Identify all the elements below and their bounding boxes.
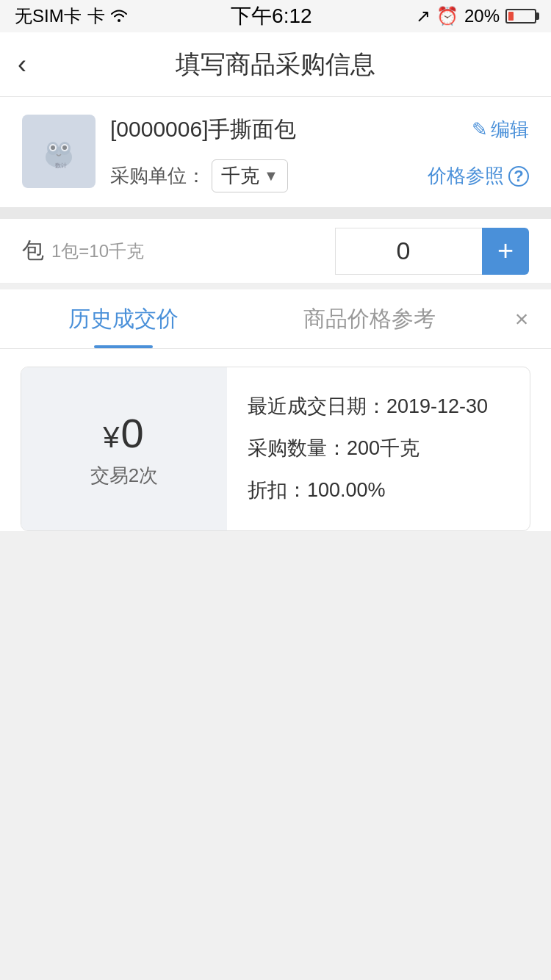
battery-fill: [508, 12, 514, 21]
qty-plus-button[interactable]: +: [482, 228, 529, 275]
status-left: 无SIM卡 卡: [15, 4, 127, 28]
recent-date-value: 2019-12-30: [386, 395, 488, 417]
tabs-section: 历史成交价 商品价格参考 × ¥0 交易2次 最近成交日期：2019-12-30: [0, 289, 551, 531]
price-ref-label: 价格参照: [428, 163, 504, 189]
svg-point-5: [51, 145, 55, 150]
svg-text:数计: 数计: [55, 162, 67, 169]
status-bar: 无SIM卡 卡 下午6:12 ↗ ⏰ 20%: [0, 0, 551, 32]
discount-row: 折扣：100.00%: [248, 475, 509, 506]
status-right: ↗ ⏰ 20%: [416, 6, 536, 26]
tab-product-price-ref[interactable]: 商品价格参考: [246, 289, 492, 348]
price-reference-button[interactable]: 价格参照 ?: [428, 163, 529, 189]
location-icon: ↗: [416, 6, 431, 26]
unit-label: 采购单位：: [110, 163, 206, 189]
transaction-count: 交易2次: [90, 463, 158, 489]
yen-symbol: ¥: [103, 421, 120, 453]
tab-product-label: 商品价格参考: [303, 304, 436, 334]
qty-label-container: 包 1包=10千克: [22, 236, 144, 266]
sim-icon: 卡: [87, 4, 105, 28]
quantity-input[interactable]: [335, 228, 482, 275]
price-left-panel: ¥0 交易2次: [21, 367, 227, 530]
recent-date-row: 最近成交日期：2019-12-30: [248, 391, 509, 422]
battery-pct: 20%: [464, 6, 500, 26]
page-title: 填写商品采购信息: [176, 48, 375, 82]
product-name-row: [0000006]手撕面包 ✎ 编辑: [110, 115, 529, 145]
tab-close-button[interactable]: ×: [492, 289, 551, 348]
unit-selector-group: 采购单位： 千克 ▼: [110, 159, 288, 192]
tabs-header: 历史成交价 商品价格参考 ×: [0, 289, 551, 349]
section-divider: [0, 207, 551, 219]
main-content: 历史成交价 商品价格参考 × ¥0 交易2次 最近成交日期：2019-12-30: [0, 289, 551, 730]
svg-point-6: [62, 145, 67, 150]
price-right-panel: 最近成交日期：2019-12-30 采购数量：200千克 折扣：100.00%: [227, 367, 530, 530]
back-button[interactable]: ‹: [18, 49, 26, 80]
nav-bar: ‹ 填写商品采购信息: [0, 32, 551, 97]
dropdown-arrow-icon: ▼: [264, 167, 278, 184]
product-details: [0000006]手撕面包 ✎ 编辑 采购单位： 千克 ▼ 价格参照 ?: [110, 115, 529, 192]
qty-row: 采购数量：200千克: [248, 433, 509, 464]
carrier-label: 无SIM卡: [15, 4, 82, 28]
price-ref-help-icon: ?: [508, 166, 529, 187]
product-section: 数计 [0000006]手撕面包 ✎ 编辑 采购单位： 千克 ▼: [0, 97, 551, 207]
unit-dropdown[interactable]: 千克 ▼: [212, 159, 288, 192]
product-thumbnail: 数计: [33, 126, 84, 177]
price-amount: ¥0: [103, 409, 145, 457]
qty-unit-badge: 包: [22, 236, 44, 266]
alarm-icon: ⏰: [436, 6, 458, 26]
unit-value: 千克: [221, 163, 259, 189]
edit-label: 编辑: [491, 117, 529, 143]
tab-history-price[interactable]: 历史成交价: [0, 289, 246, 348]
product-name: [0000006]手撕面包: [110, 115, 296, 145]
battery-icon: [505, 9, 536, 24]
edit-button[interactable]: ✎ 编辑: [472, 117, 529, 143]
qty-unit-note: 1包=10千克: [51, 239, 144, 263]
qty-input-container: +: [335, 228, 529, 275]
discount-value: 100.00%: [307, 479, 386, 501]
recent-date-label: 最近成交日期：: [248, 395, 386, 417]
quantity-section: 包 1包=10千克 +: [0, 219, 551, 284]
status-time: 下午6:12: [231, 2, 312, 30]
product-row: 数计 [0000006]手撕面包 ✎ 编辑 采购单位： 千克 ▼: [22, 115, 529, 192]
edit-icon: ✎: [472, 118, 488, 141]
close-icon: ×: [515, 306, 529, 333]
product-image: 数计: [22, 115, 96, 188]
qty-detail-value: 200千克: [347, 437, 419, 459]
discount-label: 折扣：: [248, 479, 307, 501]
price-card: ¥0 交易2次 最近成交日期：2019-12-30 采购数量：200千克 折扣：…: [21, 367, 530, 531]
unit-row: 采购单位： 千克 ▼ 价格参照 ?: [110, 159, 529, 192]
wifi-icon: [111, 6, 127, 26]
tab-history-label: 历史成交价: [68, 304, 179, 334]
price-value: 0: [121, 410, 145, 456]
qty-detail-label: 采购数量：: [248, 437, 347, 459]
